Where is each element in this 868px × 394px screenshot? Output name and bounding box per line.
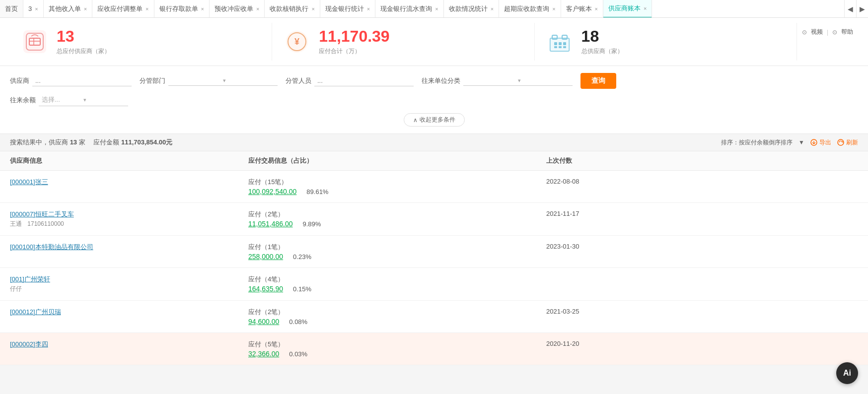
balance-filter-label: 往来余额 <box>10 96 36 105</box>
close-icon[interactable]: × <box>256 6 259 12</box>
collapse-label: 收起更多条件 <box>420 116 455 124</box>
nav-tab-supplier-ledger-label: 供应商账本 <box>608 4 641 13</box>
nav-tab-customer-ledger[interactable]: 客户账本 × <box>561 0 603 18</box>
nav-arrow-left[interactable]: ◀ <box>844 0 856 18</box>
lastpay-cell-5: 2021-03-25 <box>546 308 858 315</box>
supplier-cell-3: [000100]本特勤油品有限公司 <box>10 243 248 252</box>
transaction-amount-2[interactable]: 11,051,486.00 <box>248 220 293 228</box>
header-transaction-info: 应付交易信息（占比） <box>248 156 546 165</box>
dept-select[interactable]: ▾ <box>168 76 278 86</box>
close-icon[interactable]: × <box>84 6 87 12</box>
nav-tab-ar-ap-adjust[interactable]: 应收应付调整单 × <box>92 0 154 18</box>
close-icon[interactable]: × <box>145 6 148 12</box>
balance-select-value: 选择... <box>42 95 83 104</box>
nav-tab-3-label: 3 <box>28 5 32 12</box>
svg-rect-15 <box>563 46 566 48</box>
nav-tab-cash-bank-query[interactable]: 现金银行流水查询 × <box>375 0 443 18</box>
transaction-percent-2: 9.89% <box>303 220 321 228</box>
close-icon[interactable]: × <box>311 6 314 12</box>
transaction-amount-5[interactable]: 94,600.00 <box>248 318 279 326</box>
person-input[interactable] <box>314 75 414 86</box>
transaction-label-6: 应付（5笔） <box>248 340 546 349</box>
stat-label-amount: 应付合计（万） <box>319 47 389 56</box>
collapse-bar: ∧ 收起更多条件 <box>10 111 858 129</box>
close-icon[interactable]: × <box>35 6 38 12</box>
nav-tab-collection-stat-label: 收款情况统计 <box>449 4 488 13</box>
transaction-info-5: 应付（2笔） 94,600.00 0.08% <box>248 308 546 326</box>
close-icon[interactable]: × <box>552 6 555 12</box>
refresh-label: 刷新 <box>846 138 858 147</box>
stat-info-amount: 11,170.39 应付合计（万） <box>319 28 389 56</box>
table-row: [001]广州荣轩 仔仔 应付（4笔） 164,635.90 0.15% <box>0 268 868 301</box>
nav-tab-cash-bank-stat[interactable]: 现金银行统计 × <box>320 0 375 18</box>
nav-tab-advance-ar[interactable]: 预收冲应收单 × <box>210 0 265 18</box>
transaction-percent-4: 0.15% <box>293 285 311 293</box>
stat-label-payable: 总应付供应商（家） <box>57 47 110 56</box>
balance-select[interactable]: 选择... ▾ <box>39 94 128 106</box>
close-icon[interactable]: × <box>491 6 494 12</box>
supplier-input[interactable] <box>32 75 132 86</box>
nav-tab-supplier-ledger[interactable]: 供应商账本 × <box>603 0 652 18</box>
transaction-cell-3: 应付（1笔） 258,000.00 0.23% <box>248 243 546 261</box>
supplier-link-lisi[interactable]: [000002]李四 <box>10 340 248 349</box>
help-circle-icon: ⊙ <box>832 29 837 36</box>
collapse-button[interactable]: ∧ 收起更多条件 <box>404 113 465 127</box>
transaction-percent-3: 0.23% <box>293 253 311 261</box>
supplier-link-bentejin[interactable]: [000100]本特勤油品有限公司 <box>10 243 248 252</box>
transaction-cell-1: 应付（15笔） 100,092,540.00 89.61% <box>248 178 546 196</box>
category-select[interactable]: ▾ <box>463 76 573 86</box>
close-icon[interactable]: × <box>201 6 204 12</box>
results-amount-value: 111,703,854.00元 <box>121 138 172 146</box>
nav-tab-overdue-ar[interactable]: 超期应收款查询 × <box>499 0 561 18</box>
supplier-link-guangzhoubeiri[interactable]: [000012]广州贝瑞 <box>10 308 248 317</box>
close-icon[interactable]: × <box>595 6 598 12</box>
supplier-link-zhangsan[interactable]: [000001]张三 <box>10 178 248 187</box>
nav-tab-collection-stat[interactable]: 收款情况统计 × <box>444 0 499 18</box>
stat-label-total: 总供应商（家） <box>581 47 623 56</box>
supplier-cell-2: [000007]恒旺二手叉车 王通 17106110000 <box>10 210 248 228</box>
last-pay-date-3: 2023-01-30 <box>546 243 579 250</box>
filter-balance: 往来余额 选择... ▾ <box>10 94 128 106</box>
query-button[interactable]: 查询 <box>580 73 616 89</box>
lastpay-cell-1: 2022-08-08 <box>546 178 858 185</box>
transaction-row-3: 258,000.00 0.23% <box>248 253 546 261</box>
stat-number-total: 18 <box>581 28 623 45</box>
nav-tab-home[interactable]: 首页 <box>0 0 23 18</box>
nav-tab-bank-deposit[interactable]: 银行存取款单 × <box>154 0 210 18</box>
nav-tab-3[interactable]: 3 × <box>23 0 44 18</box>
transaction-row-6: 32,366.00 0.03% <box>248 350 546 358</box>
transaction-amount-4[interactable]: 164,635.90 <box>248 285 283 293</box>
transaction-amount-6[interactable]: 32,366.00 <box>248 350 279 358</box>
nav-tab-collection-exec[interactable]: 收款核销执行 × <box>265 0 320 18</box>
nav-arrow-right[interactable]: ▶ <box>856 0 868 18</box>
nav-tab-cash-bank-stat-label: 现金银行统计 <box>325 4 364 13</box>
filter-row-2: 往来余额 选择... ▾ <box>10 94 858 106</box>
export-button[interactable]: 导出 <box>810 138 831 147</box>
supplier-link-hengwang[interactable]: [000007]恒旺二手叉车 <box>10 210 248 219</box>
nav-tab-other-income[interactable]: 其他收入单 × <box>44 0 92 18</box>
transaction-label-1: 应付（15笔） <box>248 178 546 187</box>
filter-area: 供应商 分管部门 ▾ 分管人员 往来单位分类 ▾ 查询 <box>0 66 868 134</box>
close-icon[interactable]: × <box>644 5 647 11</box>
contact-name-4: 仔仔 <box>10 285 22 292</box>
close-icon[interactable]: × <box>435 6 438 12</box>
results-summary-prefix: 搜索结果中，供应商 <box>10 138 68 146</box>
results-summary-middle: 家 <box>79 138 85 146</box>
transaction-cell-2: 应付（2笔） 11,051,486.00 9.89% <box>248 210 546 228</box>
top-right-links: ⊙ 视频 | ⊙ 帮助 <box>797 23 858 36</box>
supplier-cell-6: [000002]李四 <box>10 340 248 349</box>
transaction-cell-5: 应付（2笔） 94,600.00 0.08% <box>248 308 546 326</box>
close-icon[interactable]: × <box>367 6 370 12</box>
supplier-filter-label: 供应商 <box>10 76 29 85</box>
nav-tab-collection-exec-label: 收款核销执行 <box>270 4 308 13</box>
supplier-link-guangzhouroungxuan[interactable]: [001]广州荣轩 <box>10 275 248 284</box>
transaction-row-1: 100,092,540.00 89.61% <box>248 188 546 196</box>
transaction-cell-6: 应付（5笔） 32,366.00 0.03% <box>248 340 546 358</box>
results-supplier-count: 13 <box>70 138 77 146</box>
video-link[interactable]: 视频 <box>811 28 823 36</box>
last-pay-date-1: 2022-08-08 <box>546 178 579 185</box>
refresh-button[interactable]: 刷新 <box>837 138 858 147</box>
transaction-amount-3[interactable]: 258,000.00 <box>248 253 283 261</box>
transaction-amount-1[interactable]: 100,092,540.00 <box>248 188 296 196</box>
help-link[interactable]: 帮助 <box>841 28 853 36</box>
